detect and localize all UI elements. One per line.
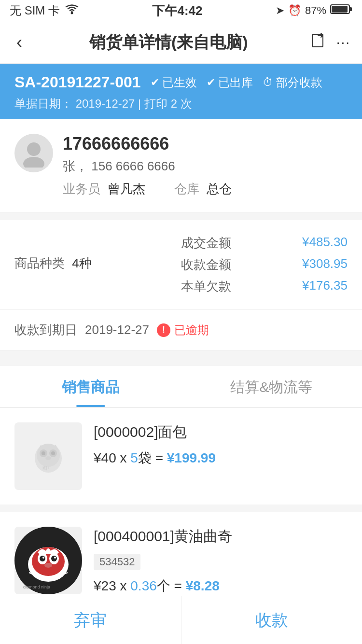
summary-section: 商品种类 4种 成交金额 ¥485.30 收款金额 ¥308.95 本单欠款 ¥… — [0, 220, 362, 310]
product-details-2: [000400001]黄油曲奇 534532 ¥23 x 0.36个 = ¥8.… — [94, 527, 348, 595]
payment-amount: 收款金额 ¥308.95 — [181, 256, 348, 273]
tabs-section: 销售商品 结算&物流等 — [0, 366, 362, 408]
divider-1 — [0, 212, 362, 220]
due-date-value: 2019-12-27 — [85, 322, 149, 337]
svg-point-12 — [51, 451, 55, 455]
product-name-2: [000400001]黄油曲奇 — [94, 527, 348, 546]
status-time: 下午4:42 — [152, 2, 202, 19]
customer-section: 17666666666 张， 156 6666 6666 业务员 曾凡杰 仓库 … — [0, 119, 362, 212]
tab-settlement[interactable]: 结算&物流等 — [181, 366, 362, 407]
status-bar: 无 SIM 卡 下午4:42 ➤ ⏰ 87% — [0, 0, 362, 21]
due-date-label: 收款到期日 — [14, 322, 77, 338]
check-icon-2: ✔ — [207, 76, 215, 89]
svg-point-11 — [42, 451, 45, 455]
svg-text:图+: 图+ — [42, 465, 50, 471]
product-placeholder-1: 图+ — [14, 422, 82, 490]
category-info: 商品种类 4种 — [14, 255, 181, 272]
page-title: 销货单详情(来自电脑) — [27, 31, 310, 54]
customer-id: 17666666666 — [63, 134, 348, 154]
svg-point-5 — [27, 142, 41, 156]
list-item: diamond ninja [000400001]黄油曲奇 534532 ¥23… — [0, 512, 362, 610]
product-sku-2: 534532 — [94, 554, 140, 570]
summary-left: 商品种类 4种 — [14, 235, 181, 295]
customer-phone: 张， 156 6666 6666 — [63, 158, 348, 175]
overdue-badge: ! 已逾期 — [157, 322, 209, 338]
customer-meta: 业务员 曾凡杰 仓库 总仓 — [63, 181, 348, 197]
divider-2 — [0, 350, 362, 358]
transaction-amount: 成交金额 ¥485.30 — [181, 235, 348, 252]
bottom-actions: 弃审 收款 — [0, 596, 362, 644]
order-id: SA-20191227-001 — [14, 73, 141, 91]
product-price-2: ¥23 x 0.36个 = ¥8.28 — [94, 577, 348, 595]
alarm-icon: ⏰ — [288, 4, 301, 17]
product-list: 图+ [0000002]面包 ¥40 x 5袋 = ¥199.99 — [0, 408, 362, 610]
wifi-icon — [65, 4, 79, 17]
sim-status: 无 SIM 卡 — [10, 3, 60, 18]
cancel-button[interactable]: 弃审 — [0, 596, 181, 644]
svg-rect-3 — [332, 6, 348, 13]
product-image-1: 图+ — [14, 422, 82, 490]
tab-sales-products[interactable]: 销售商品 — [0, 366, 181, 407]
status-partial-payment: ⏱ 部分收款 — [263, 75, 322, 90]
svg-point-22 — [42, 557, 44, 559]
svg-point-13 — [45, 456, 51, 460]
list-item: 图+ [0000002]面包 ¥40 x 5袋 = ¥199.99 — [0, 408, 362, 504]
order-date-info: 单据日期： 2019-12-27 | 打印 2 次 — [14, 96, 348, 112]
debt-amount: 本单欠款 ¥176.35 — [181, 278, 348, 295]
due-date-section: 收款到期日 2019-12-27 ! 已逾期 — [0, 310, 362, 350]
svg-text:diamond ninja: diamond ninja — [23, 585, 50, 589]
tabs: 销售商品 结算&物流等 — [0, 366, 362, 407]
svg-point-0 — [71, 12, 73, 14]
product-image-2: diamond ninja — [14, 527, 82, 594]
nav-actions: ··· — [310, 32, 350, 53]
customer-avatar — [14, 134, 53, 172]
share-icon[interactable] — [310, 32, 327, 53]
customer-info: 17666666666 张， 156 6666 6666 业务员 曾凡杰 仓库 … — [63, 134, 348, 197]
overdue-text: 已逾期 — [174, 322, 209, 338]
nav-bar: ‹ 销货单详情(来自电脑) ··· — [0, 21, 362, 64]
more-icon[interactable]: ··· — [336, 35, 350, 50]
svg-point-6 — [23, 157, 44, 168]
svg-point-24 — [44, 563, 52, 568]
svg-rect-2 — [349, 7, 352, 11]
product-price-1: ¥40 x 5袋 = ¥199.99 — [94, 449, 348, 467]
status-shipped: ✔ 已出库 — [207, 75, 253, 90]
order-banner: SA-20191227-001 ✔ 已生效 ✔ 已出库 ⏱ 部分收款 单据日期：… — [0, 64, 362, 119]
svg-point-23 — [54, 557, 56, 559]
battery-text: 87% — [305, 4, 326, 17]
status-effected: ✔ 已生效 — [151, 75, 197, 90]
svg-point-20 — [40, 556, 45, 561]
svg-point-21 — [51, 556, 57, 561]
battery-icon — [330, 4, 352, 17]
check-icon-1: ✔ — [151, 76, 159, 89]
product-details-1: [0000002]面包 ¥40 x 5袋 = ¥199.99 — [94, 422, 348, 467]
overdue-icon: ! — [157, 323, 170, 337]
clock-icon: ⏱ — [263, 76, 273, 89]
status-right: ➤ ⏰ 87% — [276, 4, 352, 17]
summary-right: 成交金额 ¥485.30 收款金额 ¥308.95 本单欠款 ¥176.35 — [181, 235, 348, 295]
status-left: 无 SIM 卡 — [10, 3, 79, 18]
product-name-1: [0000002]面包 — [94, 422, 348, 442]
location-icon: ➤ — [276, 4, 284, 17]
warehouse-info: 仓库 总仓 — [174, 181, 232, 197]
confirm-button[interactable]: 收款 — [181, 596, 362, 644]
back-button[interactable]: ‹ — [12, 28, 27, 57]
sales-info: 业务员 曾凡杰 — [63, 181, 145, 197]
